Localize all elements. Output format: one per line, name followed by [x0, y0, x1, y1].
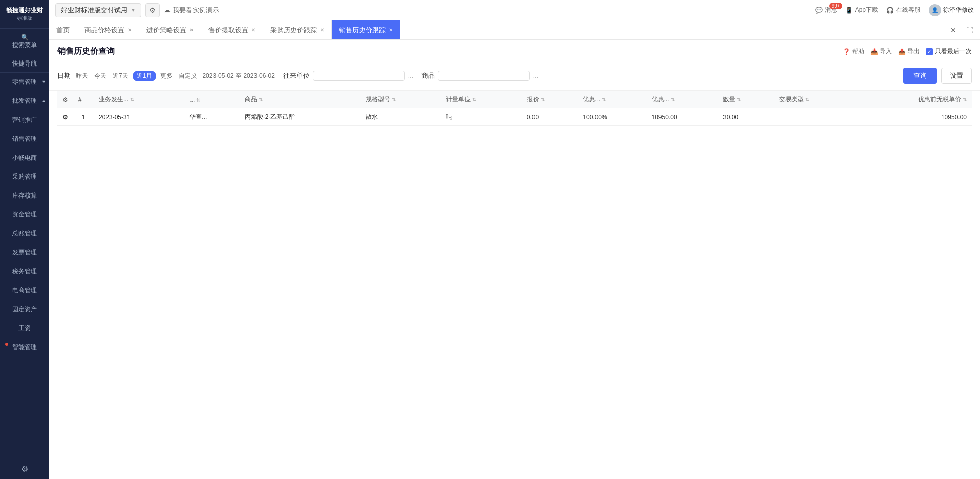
sidebar-item-purchase[interactable]: 采购管理	[0, 167, 49, 186]
col-gear[interactable]: ⚙	[57, 91, 73, 108]
sidebar-item-search[interactable]: 🔍 搜索菜单	[0, 29, 49, 55]
date-opt-last7[interactable]: 近7天	[111, 71, 131, 81]
sidebar-item-retail[interactable]: 零售管理	[0, 73, 49, 92]
sidebar-item-payroll[interactable]: 工资	[0, 319, 49, 338]
tab-purchase-strategy-close[interactable]: ✕	[189, 27, 194, 33]
close-tab-button[interactable]: ✕	[947, 24, 960, 36]
phone-icon: 📱	[845, 7, 853, 14]
tab-purchase-history-close[interactable]: ✕	[320, 27, 324, 33]
last-only-checkbox[interactable]: ✓	[926, 48, 933, 55]
col-pretax-price[interactable]: 优惠前无税单价⇅	[855, 91, 972, 108]
user-info[interactable]: 👤 徐泽华修改	[929, 4, 974, 16]
topbar-settings-button[interactable]: ⚙	[145, 3, 160, 17]
tab-price-extract-label: 售价提取设置	[208, 26, 248, 35]
date-opt-last1month[interactable]: 近1月	[133, 71, 157, 81]
sidebar-tax-label: 税务管理	[12, 267, 37, 276]
import-icon: 📥	[870, 48, 878, 55]
sidebar-item-tax[interactable]: 税务管理	[0, 262, 49, 281]
sidebar-item-quicknav[interactable]: 快捷导航	[0, 55, 49, 73]
sidebar-item-invoice[interactable]: 发票管理	[0, 243, 49, 262]
tab-price-extract-close[interactable]: ✕	[251, 27, 255, 33]
export-link[interactable]: 📤 导出	[898, 47, 920, 56]
col-price[interactable]: 报价⇅	[522, 91, 578, 108]
headset-icon: 🎧	[886, 7, 894, 14]
customer-input[interactable]	[317, 72, 400, 79]
sidebar-sales-label: 销售管理	[12, 135, 37, 143]
message-icon: 💬	[815, 7, 823, 14]
sidebar-item-smart[interactable]: 智能管理	[0, 338, 49, 357]
tab-purchase-strategy[interactable]: 进价策略设置 ✕	[139, 20, 201, 40]
messages-button[interactable]: 💬 消息 99+	[815, 6, 837, 14]
tab-price-settings-close[interactable]: ✕	[127, 27, 132, 33]
date-opt-today[interactable]: 今天	[92, 71, 109, 81]
sidebar-item-ecommerce-small[interactable]: 小畅电商	[0, 148, 49, 167]
col-product[interactable]: 商品⇅	[240, 91, 360, 108]
date-opt-custom[interactable]: 自定义	[177, 71, 199, 81]
row-unit: 吨	[441, 108, 521, 126]
import-link[interactable]: 📥 导入	[870, 47, 892, 56]
tab-sales-history[interactable]: 销售历史价跟踪 ✕	[332, 20, 400, 40]
tab-sales-history-close[interactable]: ✕	[389, 27, 393, 33]
product-input[interactable]	[442, 72, 525, 79]
row-num: 1	[73, 108, 94, 126]
date-options: 昨天 今天 近7天 近1月 更多 自定义	[74, 71, 199, 81]
sidebar: 畅捷通好业财 标准版 🔍 搜索菜单 快捷导航 零售管理 批发管理 营销推广 销售…	[0, 0, 49, 479]
last-only-checkbox-label[interactable]: ✓ 只看最后一次	[926, 47, 972, 56]
col-date[interactable]: 业务发生...⇅	[94, 91, 184, 108]
sidebar-item-fixed-assets[interactable]: 固定资产	[0, 300, 49, 319]
col-quantity[interactable]: 数量⇅	[718, 91, 774, 108]
col-discount1[interactable]: 优惠...⇅	[578, 91, 646, 108]
sidebar-item-inventory[interactable]: 库存核算	[0, 186, 49, 205]
date-range-display: 2023-05-02 至 2023-06-02	[202, 72, 274, 80]
tab-price-settings-label: 商品价格设置	[84, 26, 124, 35]
col-spec[interactable]: 规格型号⇅	[360, 91, 441, 108]
sidebar-settings-button[interactable]: ⚙	[0, 459, 49, 479]
date-filter-group: 日期 昨天 今天 近7天 近1月 更多 自定义 2023-05-02 至 202…	[57, 71, 275, 81]
date-opt-more[interactable]: 更多	[158, 71, 175, 81]
online-service-button[interactable]: 🎧 在线客服	[886, 6, 921, 14]
tab-purchase-history[interactable]: 采购历史价跟踪 ✕	[263, 20, 332, 40]
app-download-button[interactable]: 📱 App下载	[845, 6, 878, 14]
col-more[interactable]: ...⇅	[184, 91, 240, 108]
tab-price-settings[interactable]: 商品价格设置 ✕	[77, 20, 139, 40]
row-spec: 散水	[360, 108, 441, 126]
product-input-wrap	[438, 71, 530, 81]
tab-home[interactable]: 首页	[49, 20, 77, 40]
help-link[interactable]: ❓ 帮助	[843, 47, 864, 56]
edition-selector[interactable]: 好业财标准版交付试用 ▼	[55, 3, 141, 17]
sidebar-logo: 畅捷通好业财 标准版	[0, 0, 49, 29]
customer-more-button[interactable]: ...	[408, 72, 413, 79]
sidebar-item-sales[interactable]: 销售管理	[0, 129, 49, 148]
user-name: 徐泽华修改	[943, 6, 974, 14]
sidebar-item-finance[interactable]: 资金管理	[0, 205, 49, 224]
sidebar-item-wholesale[interactable]: 批发管理	[0, 92, 49, 111]
product-more-button[interactable]: ...	[533, 72, 538, 79]
app-name: 畅捷通好业财	[6, 6, 43, 15]
maximize-button[interactable]: ⛶	[964, 24, 976, 36]
sidebar-item-ledger[interactable]: 总账管理	[0, 224, 49, 243]
date-opt-yesterday[interactable]: 昨天	[74, 71, 90, 81]
demo-label: 我要看实例演示	[173, 6, 219, 15]
table-header: ⚙ # 业务发生...⇅ ...⇅ 商品⇅ 规格型号⇅ 计量单位⇅ 报价⇅ 优惠…	[57, 91, 972, 108]
tab-sales-history-label: 销售历史价跟踪	[339, 26, 386, 35]
settings-icon: ⚙	[21, 465, 28, 473]
sidebar-item-ecommerce[interactable]: 电商管理	[0, 281, 49, 300]
demo-link[interactable]: ☁ 我要看实例演示	[164, 6, 219, 15]
tabbar: 首页 商品价格设置 ✕ 进价策略设置 ✕ 售价提取设置 ✕ 采购历史价跟踪 ✕ …	[49, 20, 980, 40]
filter-settings-button[interactable]: 设置	[941, 68, 972, 84]
row-gear[interactable]: ⚙	[57, 108, 73, 126]
sidebar-fixed-assets-label: 固定资产	[12, 305, 37, 314]
col-unit[interactable]: 计量单位⇅	[441, 91, 521, 108]
tab-price-extract[interactable]: 售价提取设置 ✕	[201, 20, 263, 40]
row-quantity: 30.00	[718, 108, 774, 126]
sidebar-item-marketing[interactable]: 营销推广	[0, 111, 49, 129]
tab-purchase-history-label: 采购历史价跟踪	[270, 26, 317, 35]
date-filter-label: 日期	[57, 71, 71, 80]
chevron-down-icon: ▼	[131, 7, 136, 13]
row-discount1: 100.00%	[578, 108, 646, 126]
col-trade-type[interactable]: 交易类型⇅	[774, 91, 855, 108]
query-button[interactable]: 查询	[903, 68, 937, 84]
tab-purchase-strategy-label: 进价策略设置	[146, 26, 186, 35]
table-row: ⚙ 1 2023-05-31 华查... 丙烯酸-2-乙基己酯 散水 吨 0.0…	[57, 108, 972, 126]
col-discount2[interactable]: 优惠...⇅	[647, 91, 718, 108]
